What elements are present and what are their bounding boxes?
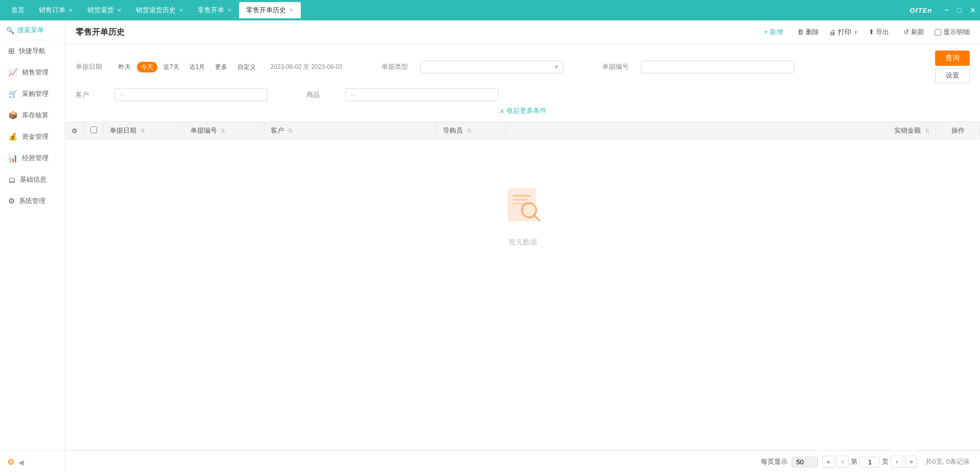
customer-filter-input[interactable]: ··· (114, 88, 268, 101)
next-page-button[interactable]: › (891, 456, 903, 468)
sort-date-icon: ⇅ (140, 128, 145, 134)
last-page-button[interactable]: » (905, 456, 917, 468)
first-page-button[interactable]: « (822, 456, 834, 468)
query-button[interactable]: 查询 (935, 51, 970, 66)
page-number-input[interactable] (859, 457, 880, 467)
sidebar-settings-icon[interactable]: ⚙ (7, 457, 14, 467)
tab-sales-return-history[interactable]: 销货退货历史 ✕ (129, 2, 190, 18)
window-min-btn[interactable]: − (944, 6, 949, 14)
close-sales-order-icon[interactable]: ✕ (68, 7, 73, 14)
type-select[interactable] (420, 61, 563, 73)
date-filter-label: 单据日期 (76, 62, 106, 71)
page-suffix: 页 (882, 457, 889, 466)
th-number[interactable]: 单据编号 ⇅ (184, 122, 265, 140)
settings-button[interactable]: 设置 (935, 68, 970, 83)
export-button[interactable]: ⬆ 导出 (865, 26, 894, 39)
prev-page-button[interactable]: ‹ (836, 456, 849, 468)
sidebar-item-finance[interactable]: 💰 资金管理 (0, 126, 65, 147)
tab-retail-open-history[interactable]: 零售开单历史 ✕ (239, 2, 301, 18)
close-retail-open-icon[interactable]: ✕ (227, 7, 232, 14)
sidebar-item-inventory[interactable]: 📦 库存核算 (0, 105, 65, 126)
sidebar-item-label-quick-nav: 快捷导航 (19, 46, 45, 56)
th-number-label: 单据编号 (190, 127, 217, 134)
data-table: ⚙ 单据日期 ⇅ 单据编号 ⇅ (65, 122, 980, 140)
sort-customer-icon: ⇅ (288, 128, 293, 134)
sidebar-item-purchase-mgmt[interactable]: 🛒 采购管理 (0, 83, 65, 105)
table-settings-header[interactable]: ⚙ (65, 122, 84, 140)
th-date[interactable]: 单据日期 ⇅ (104, 122, 184, 140)
query-buttons: 查询 设置 (935, 51, 970, 83)
tab-sales-order[interactable]: 销售订单 ✕ (32, 2, 80, 18)
date-btn-today[interactable]: 今天 (137, 62, 157, 72)
main-layout: 🔍 搜索菜单 ⊞ 快捷导航 📈 销售管理 🛒 采购管理 📦 库存核算 💰 资金管… (0, 20, 980, 473)
table-settings-icon[interactable]: ⚙ (71, 127, 78, 135)
sidebar-item-operations[interactable]: 📊 经营管理 (0, 147, 65, 169)
th-customer[interactable]: 客户 ⇅ (265, 122, 437, 140)
per-page-label: 每页显示 (761, 457, 787, 466)
retail-open-history-label: 零售开单历史 (246, 6, 286, 15)
number-filter-input[interactable] (641, 61, 794, 73)
table-header-row: ⚙ 单据日期 ⇅ 单据编号 ⇅ (65, 122, 980, 140)
tab-sales-return[interactable]: 销货退货 ✕ (80, 2, 129, 18)
product-filter-input[interactable]: ··· (345, 88, 498, 101)
display-detail-toggle[interactable]: 显示明细 (935, 28, 970, 37)
date-btn-custom[interactable]: 自定义 (233, 62, 260, 72)
th-date-label: 单据日期 (110, 127, 136, 134)
select-all-checkbox[interactable] (90, 127, 97, 133)
top-right-controls: OfTEn − □ ✕ (910, 6, 976, 14)
th-actions-label: 操作 (951, 127, 965, 134)
close-sales-return-icon[interactable]: ✕ (117, 7, 122, 14)
print-button[interactable]: 🖨 打印 ▼ (829, 28, 858, 37)
th-salesperson[interactable]: 导购员 ⇅ (437, 122, 506, 140)
print-label: 打印 (838, 28, 851, 37)
inventory-icon: 📦 (8, 111, 18, 120)
home-tab-label: 首页 (11, 6, 25, 15)
date-btn-yesterday[interactable]: 昨天 (114, 62, 135, 72)
close-retail-open-history-icon[interactable]: ✕ (289, 7, 294, 14)
sidebar-item-system[interactable]: ⚙ 系统管理 (0, 190, 65, 212)
tab-retail-open[interactable]: 零售开单 ✕ (190, 2, 239, 18)
close-sales-return-history-icon[interactable]: ✕ (179, 7, 183, 14)
window-max-btn[interactable]: □ (958, 7, 962, 14)
sidebar-item-quick-nav[interactable]: ⊞ 快捷导航 (0, 40, 65, 62)
empty-state: 暂无数据 (65, 140, 980, 288)
page-navigation: « ‹ 第 页 › » (822, 456, 917, 468)
filter-row-2: 客户 ··· 商品 ··· (76, 88, 970, 101)
th-customer-label: 客户 (271, 127, 284, 134)
add-button[interactable]: + 新增 (760, 26, 787, 39)
purchase-mgmt-icon: 🛒 (8, 89, 18, 98)
tab-home[interactable]: 首页 (4, 2, 32, 18)
basic-info-icon: 🗂 (8, 176, 16, 184)
sidebar-item-label-operations: 经营管理 (22, 154, 49, 163)
page-header: 零售开单历史 + 新增 🗑 删除 🖨 打印 ▼ ⬆ 导出 ↺ 刷新 显示明细 (65, 20, 980, 44)
customer-dots-icon: ··· (120, 91, 126, 98)
window-close-btn[interactable]: ✕ (970, 7, 976, 14)
delete-button[interactable]: 🗑 删除 (793, 26, 823, 39)
collapse-filter-label: 收起更多条件 (507, 106, 546, 115)
svg-rect-2 (513, 199, 527, 201)
table-checkbox-header[interactable] (84, 122, 104, 140)
sidebar-item-sales-mgmt[interactable]: 📈 销售管理 (0, 62, 65, 83)
sales-return-history-label: 销货退货历史 (136, 6, 176, 15)
per-page-select[interactable]: 10 20 50 100 (792, 457, 818, 467)
refresh-button[interactable]: ↺ 刷新 (899, 26, 928, 39)
display-detail-checkbox[interactable] (935, 29, 941, 36)
date-btn-more[interactable]: 更多 (211, 62, 231, 72)
sidebar-item-basic-info[interactable]: 🗂 基础信息 (0, 169, 65, 190)
search-icon: 🔍 (6, 27, 14, 34)
sidebar-search[interactable]: 🔍 搜索菜单 (0, 20, 65, 40)
date-range-text: 2023-06-02 至 2023-06-02 (270, 63, 342, 71)
product-filter-label: 商品 (306, 90, 337, 99)
customer-filter-label: 客户 (76, 90, 106, 99)
sidebar-item-label-finance: 资金管理 (22, 132, 49, 141)
th-actions: 操作 (936, 122, 980, 140)
sort-amount-icon: ⇅ (925, 128, 929, 134)
collapse-filter-button[interactable]: ∧ 收起更多条件 (76, 106, 970, 115)
sales-mgmt-icon: 📈 (8, 68, 18, 77)
sidebar-collapse-icon[interactable]: ◀ (18, 458, 24, 466)
th-amount[interactable]: 实销金额 ⇅ (506, 122, 936, 140)
product-dots-icon: ··· (351, 91, 356, 98)
finance-icon: 💰 (8, 132, 18, 141)
date-btn-1month[interactable]: 近1月 (185, 62, 209, 72)
date-btn-7days[interactable]: 近7天 (159, 62, 183, 72)
